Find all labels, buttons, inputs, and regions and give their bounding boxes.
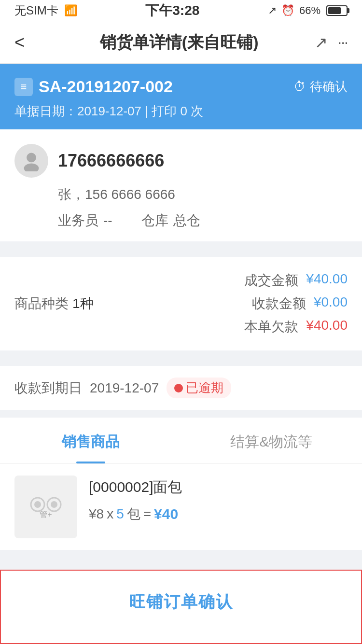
amount-label: 成交金额: [244, 271, 298, 290]
page-title: 销货单详情(来自旺铺): [43, 31, 315, 54]
nav-actions: ↗ ···: [315, 33, 348, 52]
carrier-text: 无SIM卡: [14, 3, 58, 18]
received-row: 收款金额 ¥0.00: [252, 294, 348, 313]
alarm-icon: ⏰: [281, 4, 294, 17]
overdue-badge: 已逾期: [167, 378, 231, 398]
order-icon: ≡: [14, 78, 33, 96]
status-bar-right: ↗ ⏰ 66%: [268, 4, 348, 17]
print-label: | 打印: [145, 104, 177, 118]
due-date-value: 2019-12-07: [90, 380, 159, 396]
owing-value: ¥40.00: [306, 318, 348, 336]
order-banner-top: ≡ SA-20191207-002 ⏱ 待确认: [14, 77, 348, 96]
status-bar-left: 无SIM卡 📶: [14, 3, 77, 18]
order-id-text: SA-20191207-002: [39, 77, 173, 96]
svg-point-4: [34, 501, 41, 508]
date-label: 单据日期：: [14, 104, 77, 118]
warehouse-value: 总仓: [173, 211, 200, 230]
confirm-btn-area: 旺铺订单确认: [0, 570, 362, 644]
avatar-icon: [21, 150, 42, 171]
status-clock-icon: ⏱: [293, 79, 306, 94]
amount-row: 成交金额 ¥40.00: [244, 271, 348, 290]
share-icon[interactable]: ↗: [315, 33, 328, 52]
order-date-value: 2019-12-07: [77, 104, 141, 118]
product-price-row: ¥8 x 5 包 = ¥40: [89, 505, 348, 523]
battery-icon: [326, 5, 348, 16]
owing-row: 本单欠款 ¥40.00: [244, 318, 348, 336]
owing-label: 本单欠款: [244, 318, 298, 336]
nav-bar: < 销货单详情(来自旺铺) ↗ ···: [0, 21, 362, 64]
sales-value: --: [103, 213, 112, 228]
customer-meta: 业务员 -- 仓库 总仓: [14, 211, 348, 230]
amount-value: ¥40.00: [306, 271, 348, 290]
due-date-label: 收款到期日: [14, 379, 82, 397]
product-total: ¥40: [154, 506, 178, 522]
more-icon[interactable]: ···: [337, 33, 348, 51]
status-bar-time: 下午3:28: [145, 1, 199, 20]
summary-left: 商品种类 1种: [14, 271, 181, 336]
tab-products[interactable]: 销售商品: [0, 418, 181, 463]
product-name: [0000002]面包: [89, 477, 348, 497]
svg-point-5: [51, 501, 57, 508]
overdue-dot: [174, 384, 183, 392]
customer-phone[interactable]: 17666666666: [58, 151, 164, 171]
sales-meta: 业务员 --: [58, 211, 112, 230]
divider-1: [0, 249, 362, 257]
product-qty: 5: [116, 506, 124, 522]
tab-products-label: 销售商品: [62, 434, 120, 449]
due-date-section: 收款到期日 2019-12-07 已逾期: [0, 366, 362, 410]
product-thumbnail: 管+: [14, 476, 77, 538]
confirm-button[interactable]: 旺铺订单确认: [15, 580, 347, 624]
equals-symbol: =: [143, 506, 151, 522]
received-label: 收款金额: [252, 294, 306, 313]
tab-settlement[interactable]: 结算&物流等: [181, 418, 362, 463]
customer-section: 17666666666 张，156 6666 6666 业务员 -- 仓库 总仓: [0, 129, 362, 241]
tabs-section: 销售商品 结算&物流等: [0, 418, 362, 464]
customer-name-detail: 张，156 6666 6666: [14, 185, 348, 204]
wifi-icon: 📶: [64, 4, 77, 17]
product-price: ¥8: [89, 506, 104, 522]
svg-point-1: [24, 164, 39, 172]
status-bar: 无SIM卡 📶 下午3:28 ↗ ⏰ 66%: [0, 0, 362, 21]
product-unit: 包: [127, 505, 140, 523]
back-button[interactable]: <: [14, 32, 43, 53]
svg-point-0: [27, 153, 36, 163]
product-info: [0000002]面包 ¥8 x 5 包 = ¥40: [89, 476, 348, 523]
type-label: 商品种类: [14, 294, 69, 313]
tab-settlement-label: 结算&物流等: [230, 434, 312, 449]
customer-top-row: 17666666666: [14, 144, 348, 178]
order-banner: ≡ SA-20191207-002 ⏱ 待确认 单据日期：2019-12-07 …: [0, 64, 362, 129]
svg-text:管+: 管+: [40, 510, 52, 518]
status-text: 待确认: [310, 78, 348, 95]
sales-label: 业务员: [58, 211, 98, 230]
multiply-symbol: x: [107, 506, 113, 522]
order-id: ≡ SA-20191207-002: [14, 77, 173, 96]
divider-2: [0, 358, 362, 366]
product-item: 管+ [0000002]面包 ¥8 x 5 包 = ¥40: [14, 476, 348, 538]
received-value: ¥0.00: [314, 294, 348, 313]
type-value: 1种: [72, 294, 94, 313]
order-date-row: 单据日期：2019-12-07 | 打印 0 次: [14, 103, 348, 120]
warehouse-meta: 仓库 总仓: [141, 211, 200, 230]
print-unit: 次: [191, 104, 203, 118]
product-section: 管+ [0000002]面包 ¥8 x 5 包 = ¥40: [0, 464, 362, 550]
summary-section: 商品种类 1种 成交金额 ¥40.00 收款金额 ¥0.00 本单欠款 ¥40.…: [0, 257, 362, 350]
battery-text: 66%: [299, 4, 320, 17]
print-count: 0: [180, 104, 187, 118]
location-icon: ↗: [268, 4, 277, 17]
overdue-text: 已逾期: [186, 379, 223, 396]
warehouse-label: 仓库: [141, 211, 168, 230]
order-status: ⏱ 待确认: [293, 78, 348, 95]
summary-right: 成交金额 ¥40.00 收款金额 ¥0.00 本单欠款 ¥40.00: [181, 271, 348, 336]
avatar: [14, 144, 48, 178]
product-thumb-logo: 管+: [24, 491, 68, 523]
